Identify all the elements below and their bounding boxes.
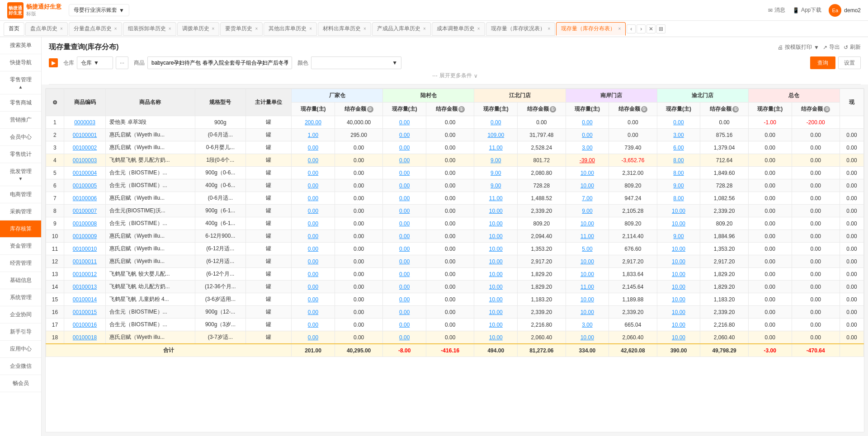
- tab-finished-in[interactable]: 产成品入库单历史 ×: [372, 22, 431, 36]
- tab-inventory-count[interactable]: 盘点单历史 ×: [25, 22, 68, 36]
- lc-qty-link[interactable]: 0.00: [399, 145, 410, 151]
- tab-material-out[interactable]: 材料出库单历史 ×: [318, 22, 371, 36]
- settings-btn[interactable]: 设置: [838, 56, 861, 69]
- color-select[interactable]: ▼: [311, 56, 401, 69]
- total-amt-info-icon[interactable]: ①: [824, 106, 830, 113]
- col-settings[interactable]: ⚙: [46, 89, 64, 116]
- sidebar-item-search-hero[interactable]: 搜索英单: [0, 37, 41, 54]
- tab-transfer[interactable]: 调拨单历史 ×: [177, 22, 220, 36]
- na-qty-link[interactable]: 5.00: [582, 246, 592, 252]
- lc-qty-link[interactable]: 0.00: [399, 309, 410, 315]
- code-link[interactable]: 00100015: [73, 309, 97, 315]
- lc-qty-link[interactable]: 0.00: [399, 132, 410, 138]
- na-qty-link[interactable]: 10.00: [580, 183, 594, 189]
- refresh-btn[interactable]: ↺ 刷新: [844, 43, 861, 51]
- yb-qty-link[interactable]: 10.00: [672, 258, 685, 265]
- fj-qty-link[interactable]: 0.00: [308, 296, 318, 303]
- tab-transfer-close[interactable]: ×: [212, 26, 215, 31]
- sidebar-item-member[interactable]: 会员中心: [0, 129, 41, 146]
- tab-other-outbound-close[interactable]: ×: [309, 26, 312, 31]
- tab-assembly[interactable]: 组装拆卸单历史 ×: [123, 22, 176, 36]
- lc-amt-info-icon[interactable]: ①: [458, 106, 465, 113]
- lc-qty-link[interactable]: 0.00: [399, 233, 410, 239]
- lc-qty-link[interactable]: 0.00: [399, 271, 410, 277]
- yb-qty-link[interactable]: 10.00: [672, 208, 685, 214]
- jb-qty-link[interactable]: 10.00: [489, 284, 503, 290]
- fj-qty-link[interactable]: 0.00: [308, 284, 318, 290]
- tab-sub-inventory-count[interactable]: 分量盘点单历史 ×: [69, 22, 122, 36]
- jb-qty-link[interactable]: 10.00: [489, 220, 503, 227]
- jb-qty-link[interactable]: 9.00: [491, 170, 501, 176]
- tab-sub-inventory-count-close[interactable]: ×: [114, 26, 117, 31]
- lc-qty-link[interactable]: 0.00: [399, 284, 410, 290]
- tab-prev-btn[interactable]: ‹: [627, 24, 636, 33]
- fj-qty-link[interactable]: 0.00: [308, 246, 318, 252]
- tab-stock-status[interactable]: 现存量（库存状况表） ×: [486, 22, 556, 36]
- code-link[interactable]: 00100001: [73, 132, 97, 138]
- code-link[interactable]: 00100003: [73, 157, 97, 164]
- lc-qty-link[interactable]: 0.00: [399, 183, 410, 189]
- sidebar-item-system[interactable]: 系统管理: [0, 289, 41, 306]
- fj-qty-link[interactable]: 0.00: [308, 157, 318, 164]
- jb-amt-info-icon[interactable]: ①: [550, 106, 556, 113]
- sidebar-item-retail-shop[interactable]: 零售商城: [0, 94, 41, 112]
- fj-qty-link[interactable]: 0.00: [308, 322, 318, 328]
- na-qty-link[interactable]: -39.00: [580, 157, 595, 164]
- yb-qty-link[interactable]: 10.00: [672, 271, 685, 277]
- fj-qty-link[interactable]: 0.00: [308, 195, 318, 202]
- lc-qty-link[interactable]: 0.00: [399, 119, 410, 126]
- lc-qty-link[interactable]: 0.00: [399, 170, 410, 176]
- expand-more-btn[interactable]: ⋯ 展开更多条件 ∨: [432, 72, 478, 80]
- tab-assembly-close[interactable]: ×: [169, 26, 171, 31]
- code-link[interactable]: 00100012: [73, 271, 97, 277]
- sidebar-item-retail-mgmt[interactable]: 零售管理 ▲: [0, 71, 41, 94]
- code-link[interactable]: 00100018: [73, 334, 97, 341]
- fj-qty-link[interactable]: 0.00: [308, 170, 318, 176]
- yb-qty-link[interactable]: 0.00: [673, 119, 684, 126]
- tab-home[interactable]: 首页: [4, 22, 24, 36]
- lc-qty-link[interactable]: 0.00: [399, 220, 410, 227]
- jb-qty-link[interactable]: 11.00: [489, 195, 503, 202]
- tab-inventory-count-close[interactable]: ×: [60, 26, 63, 31]
- yb-qty-link[interactable]: 10.00: [672, 246, 685, 252]
- sidebar-item-basic-info[interactable]: 基础信息: [0, 272, 41, 289]
- tab-material-out-close[interactable]: ×: [363, 26, 366, 31]
- lc-qty-link[interactable]: 0.00: [399, 322, 410, 328]
- fj-qty-link[interactable]: 0.00: [308, 271, 318, 277]
- tab-other-outbound[interactable]: 其他出库单历史 ×: [264, 22, 317, 36]
- yb-amt-info-icon[interactable]: ①: [732, 106, 739, 113]
- tab-close-all-btn[interactable]: ✕: [646, 24, 656, 33]
- na-qty-link[interactable]: 0.00: [582, 119, 592, 126]
- fj-qty-link[interactable]: 0.00: [308, 309, 318, 315]
- na-qty-link[interactable]: 10.00: [580, 220, 594, 227]
- yb-qty-link[interactable]: 9.00: [673, 183, 684, 189]
- lc-qty-link[interactable]: 0.00: [399, 246, 410, 252]
- code-link[interactable]: 00100009: [73, 233, 97, 239]
- sidebar-item-marketing[interactable]: 营销推广: [0, 112, 41, 129]
- yb-qty-link[interactable]: 8.00: [673, 170, 684, 176]
- na-qty-link[interactable]: 10.00: [580, 271, 594, 277]
- code-link[interactable]: 00100006: [73, 195, 97, 202]
- na-qty-link[interactable]: 0.00: [582, 132, 592, 138]
- sidebar-item-ecommerce[interactable]: 电商管理: [0, 186, 41, 203]
- jb-qty-link[interactable]: 9.00: [491, 183, 501, 189]
- na-qty-link[interactable]: 11.00: [580, 233, 594, 239]
- sidebar-item-operations[interactable]: 经营管理: [0, 255, 41, 272]
- tab-stock-status-close[interactable]: ×: [548, 26, 551, 31]
- na-qty-link[interactable]: 10.00: [580, 296, 594, 303]
- code-link[interactable]: 00100008: [73, 220, 97, 227]
- sidebar-item-app-center[interactable]: 应用中心: [0, 341, 41, 358]
- message-btn[interactable]: ✉ 消息: [768, 6, 785, 14]
- fj-qty-link[interactable]: 200.00: [305, 119, 321, 126]
- jb-qty-link[interactable]: 10.00: [489, 233, 503, 239]
- lc-qty-link[interactable]: 0.00: [399, 157, 410, 164]
- na-qty-link[interactable]: 10.00: [580, 309, 594, 315]
- jb-qty-link[interactable]: 10.00: [489, 271, 503, 277]
- na-qty-link[interactable]: 7.00: [582, 195, 592, 202]
- yb-qty-link[interactable]: 10.00: [672, 220, 685, 227]
- code-link[interactable]: 00100010: [73, 246, 97, 252]
- yb-qty-link[interactable]: 8.00: [673, 157, 684, 164]
- yb-qty-link[interactable]: 3.00: [673, 132, 684, 138]
- code-link[interactable]: 00100002: [73, 145, 97, 151]
- jb-qty-link[interactable]: 10.00: [489, 208, 503, 214]
